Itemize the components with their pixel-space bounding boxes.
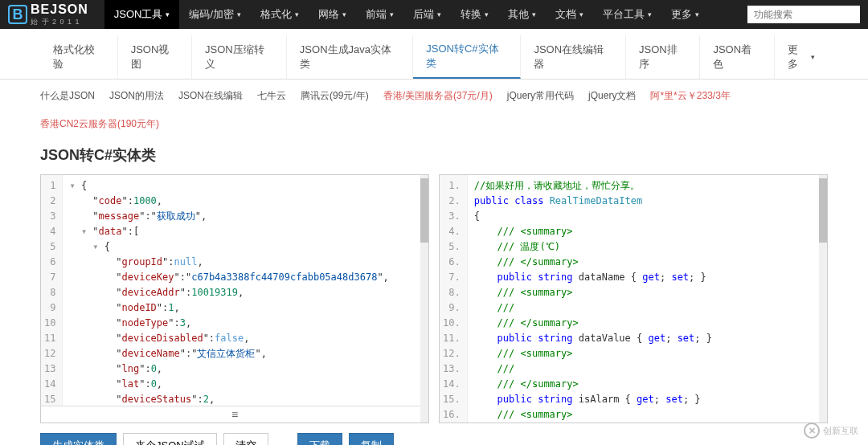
- subtab[interactable]: JSON生成Java实体类: [287, 35, 413, 79]
- editors: 1234567891011121314151617 ▾ { "code":100…: [0, 174, 868, 423]
- nav-item[interactable]: 转换▾: [451, 0, 498, 29]
- generate-button[interactable]: 生成实体类: [40, 433, 117, 445]
- json-editor-gutter: 1234567891011121314151617: [41, 175, 63, 406]
- nav-item[interactable]: JSON工具▾: [104, 0, 180, 29]
- nav-items: JSON工具▾编码/加密▾格式化▾网络▾前端▾后端▾转换▾其他▾文档▾平台工具▾…: [104, 0, 709, 29]
- caret-down-icon: ▾: [579, 10, 583, 18]
- nav-item[interactable]: 前端▾: [356, 0, 403, 29]
- csharp-editor-gutter: 1.2.3.4.5.6.7.8.9.10.11.12.13.14.15.16.: [440, 175, 468, 423]
- subtab[interactable]: 格式化校验: [40, 35, 118, 79]
- logo-text: BEJSON: [31, 2, 88, 17]
- caret-down-icon: ▾: [695, 10, 699, 18]
- caret-down-icon: ▾: [166, 10, 170, 18]
- link[interactable]: 七牛云: [257, 89, 286, 103]
- sample-button[interactable]: 来个JSON试试: [123, 433, 217, 445]
- subtab[interactable]: JSON在线编辑器: [521, 35, 626, 79]
- link[interactable]: jQuery常用代码: [507, 89, 574, 103]
- caret-down-icon: ▾: [295, 10, 299, 18]
- nav-item[interactable]: 平台工具▾: [593, 0, 661, 29]
- json-editor[interactable]: 1234567891011121314151617 ▾ { "code":100…: [40, 174, 429, 423]
- nav-item[interactable]: 格式化▾: [251, 0, 309, 29]
- caret-down-icon: ▾: [485, 10, 489, 18]
- nav-item[interactable]: 后端▾: [403, 0, 451, 29]
- scrollbar-thumb[interactable]: [420, 178, 428, 243]
- download-button[interactable]: 下载: [297, 433, 342, 445]
- json-editor-code[interactable]: ▾ { "code":1000, "message":"获取成功", ▾ "da…: [63, 175, 428, 406]
- caret-down-icon: ▾: [437, 10, 441, 18]
- nav-item[interactable]: 其他▾: [498, 0, 546, 29]
- subtab[interactable]: JSON视图: [118, 35, 192, 79]
- caret-down-icon: ▾: [237, 10, 241, 18]
- subtab[interactable]: 更多▾: [775, 35, 828, 79]
- resize-handle-icon[interactable]: ≡: [41, 406, 428, 423]
- nav-item[interactable]: 编码/加密▾: [179, 0, 251, 29]
- nav-item[interactable]: 文档▾: [546, 0, 593, 29]
- link[interactable]: JSON的用法: [109, 89, 164, 103]
- csharp-editor-code[interactable]: //如果好用，请收藏地址，帮忙分享。public class RealTimeD…: [468, 175, 827, 423]
- logo[interactable]: B BEJSON 始 于 2 0 1 1: [8, 2, 88, 27]
- caret-down-icon: ▾: [342, 10, 346, 18]
- watermark-icon: ✕: [804, 423, 820, 439]
- link[interactable]: 香港/美国服务器(37元/月): [383, 89, 493, 103]
- link[interactable]: jQuery文档: [588, 89, 636, 103]
- watermark-text: 创新互联: [823, 425, 858, 437]
- subtab[interactable]: JSON转C#实体类: [413, 35, 521, 79]
- search-box: [747, 6, 860, 23]
- top-nav: B BEJSON 始 于 2 0 1 1 JSON工具▾编码/加密▾格式化▾网络…: [0, 0, 868, 29]
- button-row: 生成实体类 来个JSON试试 清空 下载 复制: [0, 423, 868, 445]
- link[interactable]: 腾讯云(99元/年): [301, 89, 369, 103]
- page-title: JSON转C#实体类: [0, 141, 868, 174]
- copy-button[interactable]: 复制: [349, 433, 394, 445]
- caret-down-icon: ▾: [648, 10, 652, 18]
- csharp-editor[interactable]: 1.2.3.4.5.6.7.8.9.10.11.12.13.14.15.16. …: [439, 174, 828, 423]
- caret-down-icon: ▾: [532, 10, 536, 18]
- caret-down-icon: ▾: [390, 10, 394, 18]
- link[interactable]: 阿*里*云￥233/3年: [650, 89, 730, 103]
- link[interactable]: 香港CN2云服务器(190元年): [40, 117, 159, 131]
- link-row: 什么是JSONJSON的用法JSON在线编辑七牛云腾讯云(99元/年)香港/美国…: [0, 80, 868, 141]
- nav-item[interactable]: 网络▾: [309, 0, 356, 29]
- caret-down-icon: ▾: [811, 53, 815, 61]
- subtab[interactable]: JSON排序: [626, 35, 700, 79]
- scrollbar-thumb[interactable]: [819, 178, 827, 243]
- search-input[interactable]: [747, 6, 860, 23]
- scrollbar[interactable]: [819, 175, 827, 423]
- watermark: ✕ 创新互联: [804, 423, 858, 439]
- clear-button[interactable]: 清空: [223, 433, 268, 445]
- nav-item[interactable]: 更多▾: [661, 0, 709, 29]
- logo-subtext: 始 于 2 0 1 1: [31, 17, 88, 27]
- link[interactable]: 什么是JSON: [40, 89, 95, 103]
- logo-mark-icon: B: [8, 5, 27, 24]
- scrollbar[interactable]: [420, 175, 428, 423]
- link[interactable]: JSON在线编辑: [178, 89, 243, 103]
- subtabs: 格式化校验JSON视图JSON压缩转义JSON生成Java实体类JSON转C#实…: [0, 29, 868, 80]
- subtab[interactable]: JSON着色: [700, 35, 774, 79]
- subtab[interactable]: JSON压缩转义: [192, 35, 287, 79]
